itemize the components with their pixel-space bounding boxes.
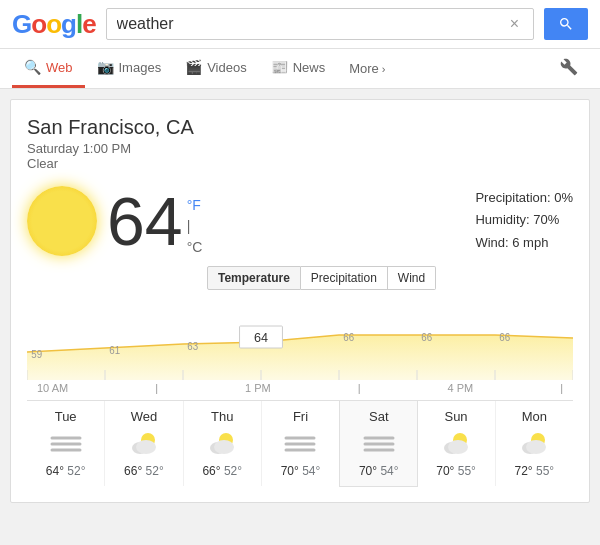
location-title: San Francisco, CA bbox=[27, 116, 573, 139]
svg-point-33 bbox=[448, 440, 468, 454]
video-icon: 🎬 bbox=[185, 59, 202, 75]
forecast-thu-name: Thu bbox=[188, 409, 257, 424]
chart-btn-wind[interactable]: Wind bbox=[388, 266, 436, 290]
time-label-sep2: | bbox=[358, 382, 361, 394]
tab-news[interactable]: 📰 News bbox=[259, 49, 338, 88]
forecast-sun-temps: 70° 55° bbox=[421, 464, 490, 478]
wind-label: Wind: 6 mph bbox=[475, 232, 573, 254]
forecast-row: Tue 64° 52° Wed bbox=[27, 400, 573, 486]
search-button[interactable] bbox=[544, 8, 588, 40]
forecast-sat-temps: 70° 54° bbox=[344, 464, 413, 478]
svg-point-24 bbox=[214, 440, 234, 454]
settings-button[interactable] bbox=[550, 50, 588, 88]
forecast-tue: Tue 64° 52° bbox=[27, 401, 105, 486]
tab-images[interactable]: 📷 Images bbox=[85, 49, 174, 88]
time-label-sep1: | bbox=[155, 382, 158, 394]
chevron-right-icon: › bbox=[382, 63, 386, 75]
tab-news-label: News bbox=[293, 60, 326, 75]
sun-icon bbox=[27, 186, 97, 256]
forecast-tue-icon bbox=[31, 428, 100, 460]
tab-web-label: Web bbox=[46, 60, 73, 75]
forecast-thu-icon bbox=[188, 428, 257, 460]
time-label-sep3: | bbox=[560, 382, 563, 394]
svg-point-36 bbox=[526, 440, 546, 454]
unit-c[interactable]: °C bbox=[187, 237, 203, 258]
time-label-10am: 10 AM bbox=[37, 382, 68, 394]
time-label-1pm: 1 PM bbox=[245, 382, 271, 394]
tab-more-label: More bbox=[349, 61, 379, 76]
forecast-mon-icon bbox=[500, 428, 569, 460]
wrench-icon bbox=[560, 58, 578, 76]
forecast-fri-name: Fri bbox=[266, 409, 335, 424]
nav-tabs: 🔍 Web 📷 Images 🎬 Videos 📰 News More › bbox=[0, 49, 600, 89]
forecast-mon: Mon 72° 55° bbox=[496, 401, 573, 486]
search-icon bbox=[558, 16, 574, 32]
humidity-label: Humidity: 70% bbox=[475, 209, 573, 231]
forecast-wed-icon bbox=[109, 428, 178, 460]
forecast-mon-name: Mon bbox=[500, 409, 569, 424]
camera-icon: 📷 bbox=[97, 59, 114, 75]
forecast-wed: Wed 66° 52° bbox=[105, 401, 183, 486]
weather-details: Precipitation: 0% Humidity: 70% Wind: 6 … bbox=[475, 187, 573, 253]
news-icon: 📰 bbox=[271, 59, 288, 75]
chart-btn-precipitation[interactable]: Precipitation bbox=[301, 266, 388, 290]
forecast-sun: Sun 70° 55° bbox=[417, 401, 495, 486]
temp-units: °F | °C bbox=[187, 183, 203, 258]
tab-more[interactable]: More › bbox=[337, 51, 397, 86]
unit-f[interactable]: °F bbox=[187, 195, 203, 216]
unit-sep: | bbox=[187, 216, 203, 237]
svg-point-21 bbox=[136, 440, 156, 454]
forecast-fri: Fri 70° 54° bbox=[262, 401, 340, 486]
search-input[interactable] bbox=[117, 15, 510, 33]
temperature-display: 64 bbox=[107, 187, 183, 255]
svg-text:66: 66 bbox=[499, 332, 510, 343]
tab-web[interactable]: 🔍 Web bbox=[12, 49, 85, 88]
weather-card: San Francisco, CA Saturday 1:00 PM Clear… bbox=[10, 99, 590, 503]
svg-text:61: 61 bbox=[109, 345, 120, 356]
weather-current: 64 °F | °C Precipitation: 0% Humidity: 7… bbox=[27, 183, 573, 258]
header: Google × bbox=[0, 0, 600, 49]
forecast-sun-icon bbox=[421, 428, 490, 460]
search-icon-small: 🔍 bbox=[24, 59, 41, 75]
search-bar: × bbox=[106, 8, 534, 40]
temp-graph: 64 59 61 63 66 66 66 bbox=[27, 300, 573, 380]
time-labels: 10 AM | 1 PM | 4 PM | bbox=[27, 380, 573, 396]
forecast-thu: Thu 66° 52° bbox=[184, 401, 262, 486]
chart-buttons: Temperature Precipitation Wind bbox=[207, 266, 573, 290]
svg-text:66: 66 bbox=[421, 332, 432, 343]
location-condition: Clear bbox=[27, 156, 573, 171]
svg-text:64: 64 bbox=[254, 330, 268, 345]
forecast-thu-temps: 66° 52° bbox=[188, 464, 257, 478]
tab-images-label: Images bbox=[119, 60, 162, 75]
forecast-sat-icon bbox=[344, 428, 413, 460]
forecast-sun-name: Sun bbox=[421, 409, 490, 424]
time-label-4pm: 4 PM bbox=[447, 382, 473, 394]
forecast-fri-icon bbox=[266, 428, 335, 460]
forecast-fri-temps: 70° 54° bbox=[266, 464, 335, 478]
forecast-wed-temps: 66° 52° bbox=[109, 464, 178, 478]
forecast-tue-name: Tue bbox=[31, 409, 100, 424]
location-datetime: Saturday 1:00 PM bbox=[27, 141, 573, 156]
tab-videos-label: Videos bbox=[207, 60, 247, 75]
google-logo: Google bbox=[12, 9, 96, 40]
forecast-sat-name: Sat bbox=[344, 409, 413, 424]
clear-icon[interactable]: × bbox=[510, 15, 519, 33]
forecast-tue-temps: 64° 52° bbox=[31, 464, 100, 478]
forecast-sat: Sat 70° 54° bbox=[339, 400, 418, 487]
precipitation-label: Precipitation: 0% bbox=[475, 187, 573, 209]
tab-videos[interactable]: 🎬 Videos bbox=[173, 49, 259, 88]
svg-text:59: 59 bbox=[31, 349, 42, 360]
svg-text:66: 66 bbox=[343, 332, 354, 343]
svg-text:63: 63 bbox=[187, 341, 198, 352]
forecast-wed-name: Wed bbox=[109, 409, 178, 424]
forecast-mon-temps: 72° 55° bbox=[500, 464, 569, 478]
temp-graph-svg: 64 59 61 63 66 66 66 bbox=[27, 300, 573, 380]
chart-btn-temperature[interactable]: Temperature bbox=[207, 266, 301, 290]
